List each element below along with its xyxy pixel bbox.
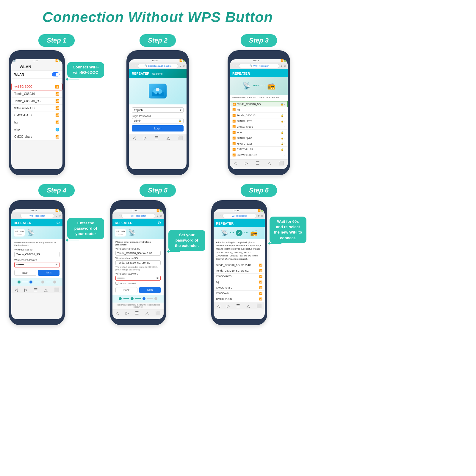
next-button-5[interactable]: Next xyxy=(139,287,161,293)
nav-apps-4[interactable]: ⬜ xyxy=(54,287,59,292)
url-bar-4[interactable]: WiFi-Repeater xyxy=(20,214,54,218)
refresh-icon-5[interactable]: ↻ xyxy=(156,214,159,217)
wifi-item-3[interactable]: wifi-2.4G-6D0C 📶 xyxy=(11,105,62,112)
wifi-item-highlighted[interactable]: wifi-5G-6D0C 📶 xyxy=(11,83,62,90)
nav-fwd-4[interactable]: ▷ xyxy=(24,287,28,292)
nav-forward-icon[interactable]: ▷ xyxy=(144,135,147,140)
settings-icon[interactable]: ⚙ xyxy=(56,220,60,225)
nav-apps-icon-3[interactable]: ⬜ xyxy=(279,161,284,165)
wifi-select-item-6[interactable]: 📶 CMCC-Qv6a 🔒 › xyxy=(230,135,288,141)
s6-wifi-item-4[interactable]: CMCC_share 📶 xyxy=(214,285,265,291)
wn5-input[interactable]: Tenda_C83C10_5G-pro-5G xyxy=(115,260,161,265)
refresh-icon-4[interactable]: ↻ xyxy=(55,214,57,217)
language-selector[interactable]: English ▾ xyxy=(132,107,184,113)
wifi-select-item-0[interactable]: 📶 Tenda_C83C10_5G 🔒 › xyxy=(230,101,288,107)
bookmark-icon[interactable]: ☆ xyxy=(183,65,185,67)
nav-forward-icon-3[interactable]: ▷ xyxy=(245,161,248,165)
back-button-4[interactable]: Back xyxy=(14,270,36,276)
wifi-select-item-8[interactable]: 📶 CMCC-PU2U 🔒 › xyxy=(230,147,288,152)
nav-menu-5[interactable]: ☰ xyxy=(135,311,139,315)
repeater-label-6: REPEATER xyxy=(216,222,234,225)
back-icon-4[interactable]: ← xyxy=(13,214,15,217)
nav-back-5[interactable]: ◁ xyxy=(116,311,119,315)
url-bar-6[interactable]: WiFi-Repeater xyxy=(223,214,256,218)
wifi-select-item-9[interactable]: 📶 360WiFi-B031E2 › xyxy=(230,152,288,158)
back-icon-6[interactable]: ← xyxy=(215,214,218,217)
bookmark-icon-6[interactable]: ☆ xyxy=(261,214,263,217)
wifi-item-7[interactable]: CMCC_share 📶 xyxy=(11,133,62,140)
nav-fwd-5[interactable]: ▷ xyxy=(126,311,129,315)
s6-wifi-item-1[interactable]: Tenda_C83C10_5G-pro-5G 📶 xyxy=(214,268,265,274)
password-field[interactable]: admin 🔒 xyxy=(132,118,184,123)
refresh-icon-6[interactable]: ↻ xyxy=(258,214,260,217)
back-icon-5[interactable]: ← xyxy=(114,214,117,217)
s6-wifi-item-2[interactable]: CMCC-HAT3 📶 xyxy=(214,274,265,279)
wifi-list-6: Tenda_C83C10_5G-pro-2.4G 📶 Tenda_C83C10_… xyxy=(214,262,265,302)
forward-icon-4[interactable]: → xyxy=(17,214,19,217)
wifi-item-6[interactable]: who 🌐 xyxy=(11,126,62,133)
nav-home-6[interactable]: △ xyxy=(247,303,250,308)
nav-home-4[interactable]: △ xyxy=(44,287,48,292)
wpass-input[interactable]: •••••••• 👁 xyxy=(115,276,161,281)
s6-wifi-item-6[interactable]: CMCC-PU2U 📶 xyxy=(214,296,265,302)
eye-icon[interactable]: 👁 xyxy=(55,263,57,266)
wifi-item-4[interactable]: CMCC-HAT3 📶 xyxy=(11,112,62,119)
nav-menu-6[interactable]: ☰ xyxy=(236,303,240,308)
nav-apps-5[interactable]: ⬜ xyxy=(155,311,160,315)
nav-back-icon-3[interactable]: ◁ xyxy=(234,161,237,165)
url-bar-5[interactable]: WiFi-Repeater xyxy=(121,214,155,218)
nav-back-icon[interactable]: ◁ xyxy=(133,135,136,140)
nav-home-icon[interactable]: △ xyxy=(167,135,170,140)
nav-apps-6[interactable]: ⬜ xyxy=(256,303,262,308)
eye-icon-5[interactable]: 👁 xyxy=(156,277,159,280)
s6-wifi-item-3[interactable]: hg 📶 xyxy=(214,279,265,285)
forward-icon-5[interactable]: → xyxy=(118,214,120,217)
wifi-select-item-1[interactable]: 📶 hg › xyxy=(230,107,288,113)
nav-home-icon-3[interactable]: △ xyxy=(268,161,271,165)
wifi-select-item-7[interactable]: 📶 HIWFL_2105 🔒 › xyxy=(230,141,288,147)
url-bar[interactable]: 🔍 Search 192.168.188.1 xyxy=(138,64,178,68)
nav-fwd-6[interactable]: ▷ xyxy=(227,303,230,308)
nav-menu-icon-3[interactable]: ☰ xyxy=(256,161,260,165)
wifi-item-5[interactable]: hg 📶 xyxy=(11,119,62,126)
wifi-select-item-2[interactable]: 📶 Tenda_C83C10 🔒 › xyxy=(230,113,288,118)
forward-icon[interactable]: → xyxy=(134,65,137,67)
bookmark-icon-4[interactable]: ☆ xyxy=(59,214,61,217)
forward-icon-6[interactable]: → xyxy=(219,214,221,217)
wifi-item-1[interactable]: Tenda_C83C10 📶 xyxy=(11,90,62,98)
nav-back-6[interactable]: ◁ xyxy=(217,303,220,308)
wifi-select-item-5[interactable]: 📶 who 🔒 › xyxy=(230,130,288,135)
status-bar-3: 10:53 📶🔋 xyxy=(230,59,288,62)
nav-apps-icon[interactable]: ⬜ xyxy=(178,135,183,140)
s6-wifi-item-0[interactable]: Tenda_C83C10_5G-pro-2.4G 📶 xyxy=(214,262,265,268)
nav-menu-4[interactable]: ☰ xyxy=(34,287,38,292)
wireless-name-input-4[interactable]: Tenda_C83C10_5G xyxy=(14,252,60,257)
back-icon[interactable]: ← xyxy=(131,65,133,67)
s6-wifi-name-5: CMCC-e/9r xyxy=(216,292,230,295)
login-button[interactable]: Login xyxy=(132,125,184,131)
nav-menu-icon[interactable]: ☰ xyxy=(155,135,159,140)
bookmark-icon-3[interactable]: ☆ xyxy=(284,65,286,67)
back-arrow-icon[interactable]: ← xyxy=(14,64,18,69)
settings-icon-5[interactable]: ⚙ xyxy=(157,220,161,225)
url-bar-3[interactable]: 🔍 WiFi-Repeater xyxy=(239,64,279,68)
bookmark-icon-5[interactable]: ☆ xyxy=(160,214,162,217)
wlan-toggle[interactable] xyxy=(52,72,60,76)
next-button-4[interactable]: Next xyxy=(38,270,60,276)
hidden-network-checkbox[interactable] xyxy=(115,282,118,285)
back-icon-3[interactable]: ← xyxy=(232,65,234,67)
refresh-icon-3[interactable]: ↻ xyxy=(281,65,283,67)
wn24-input[interactable]: Tenda_C83C10_5G-pro-2.4G xyxy=(115,251,161,256)
ssid-display: ssid info xyxy=(15,230,24,233)
nav-home-5[interactable]: △ xyxy=(145,311,149,315)
back-button-5[interactable]: Back xyxy=(115,287,137,293)
wifi-select-item-4[interactable]: 📶 CMCC_share › xyxy=(230,124,288,130)
forward-icon-3[interactable]: → xyxy=(235,65,238,67)
refresh-icon[interactable]: ↻ xyxy=(179,65,181,67)
wifi-item-2[interactable]: Tenda_C83C10_5G 📶 xyxy=(11,98,62,105)
wifi-select-item-3[interactable]: 📶 CMCC-HAT3 🔒 › xyxy=(230,118,288,124)
phone-nav-4: ◁ ▷ ☰ △ ⬜ xyxy=(11,286,62,293)
wireless-pass-input-4[interactable]: •••••••• 👁 xyxy=(14,262,60,267)
nav-back-4[interactable]: ◁ xyxy=(15,287,18,292)
s6-wifi-item-5[interactable]: CMCC-e/9r 📶 xyxy=(214,291,265,296)
